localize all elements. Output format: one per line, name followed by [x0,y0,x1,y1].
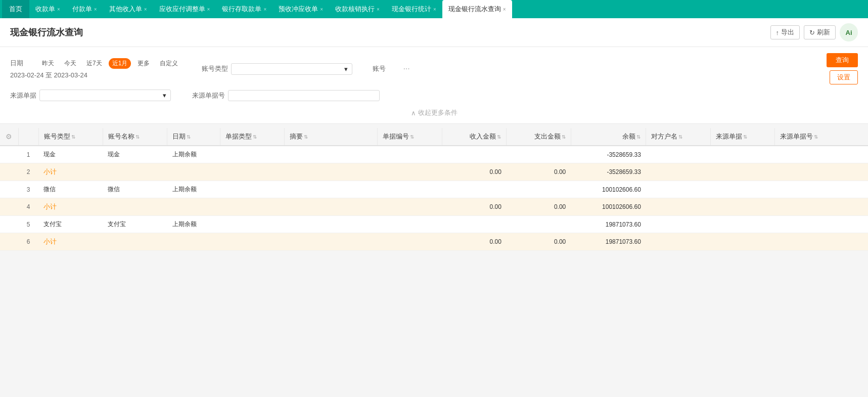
close-icon[interactable]: × [433,7,436,12]
nav-tab-ar-ap-adjust[interactable]: 应收应付调整单 × [153,0,216,18]
close-icon[interactable]: × [94,7,97,12]
row-income [442,181,506,198]
source-doc-col-header: 来源单据⇅ [710,128,774,146]
sort-icon[interactable]: ⇅ [562,134,566,140]
account-label: 账号 [373,64,398,73]
nav-tab-collection-exec[interactable]: 收款核销执行 × [329,0,386,18]
nav-tab-cash-bank-flow[interactable]: 现金银行流水查询 × [442,0,512,18]
yesterday-btn[interactable]: 昨天 [38,58,58,69]
row-date: 上期余额 [167,146,220,163]
row-balance: 19871073.60 [571,233,646,251]
nav-tab-payment[interactable]: 付款单 × [66,0,103,18]
row-summary [285,233,378,251]
source-doc-no-input[interactable] [228,90,380,101]
table-row[interactable]: 5 支付宝 支付宝 上期余额 19871073.60 [0,216,868,233]
row-summary [285,198,378,216]
row-account-type: 小计 [38,198,103,216]
row-expense [507,181,571,198]
counterparty-col-header: 对方户名⇅ [646,128,710,146]
row-counterparty [646,146,710,163]
sort-icon[interactable]: ⇅ [253,134,257,140]
sort-icon[interactable]: ⇅ [135,134,140,140]
filter-area: 日期 昨天 今天 近7天 近1月 更多 自定义 2023-02-24 至 202… [0,47,868,124]
row-expense: 0.00 [507,198,571,216]
close-icon[interactable]: × [207,7,210,12]
row-source-doc [710,163,774,181]
row-expense [507,216,571,233]
close-icon[interactable]: × [144,7,147,12]
sort-icon[interactable]: ⇅ [410,134,414,140]
row-source-doc [710,181,774,198]
more-btn[interactable]: 更多 [134,58,153,69]
nav-tab-cash-bank-stat[interactable]: 现金银行统计 × [386,0,442,18]
gear-icon[interactable]: ⚙ [6,133,12,141]
sort-icon[interactable]: ⇅ [636,134,641,140]
close-icon[interactable]: × [57,7,60,12]
close-icon[interactable]: × [503,7,506,12]
settings-button[interactable]: 设置 [830,70,858,84]
sort-icon[interactable]: ⇅ [814,134,818,140]
query-button[interactable]: 查询 [827,53,858,67]
table-row[interactable]: 1 现金 现金 上期余额 -3528659.33 [0,146,868,163]
filter-row-source: 来源单据 ▾ 来源单据号 [10,90,858,101]
row-source-doc [710,233,774,251]
sort-icon[interactable]: ⇅ [304,134,308,140]
table-row[interactable]: 3 微信 微信 上期余额 100102606.60 [0,181,868,198]
last1month-btn[interactable]: 近1月 [109,58,131,69]
row-account-type: 小计 [38,163,103,181]
row-account-type: 现金 [38,146,103,163]
sort-icon[interactable]: ⇅ [71,134,75,140]
close-icon[interactable]: × [263,7,266,12]
nav-tab-home[interactable]: 首页 [2,0,29,18]
table-row[interactable]: 6 小计 0.00 0.00 19871073.60 [0,233,868,251]
source-doc-filter: 来源单据 ▾ [10,90,172,101]
row-income: 0.00 [442,198,506,216]
account-type-col-header: 账号类型⇅ [38,128,103,146]
row-gear [0,163,18,181]
nav-tab-bank-deposit[interactable]: 银行存取款单 × [216,0,272,18]
table-row[interactable]: 4 小计 0.00 0.00 100102606.60 [0,198,868,216]
data-table-wrap: ⚙ 账号类型⇅ 账号名称⇅ 日期⇅ 单据类型⇅ 摘要⇅ [0,128,868,251]
avatar: Ai [840,23,858,41]
row-account-type: 支付宝 [38,216,103,233]
chevron-up-icon: ∧ [411,109,416,117]
export-button[interactable]: ↑ 导出 [770,25,800,39]
row-source-doc-no [775,198,868,216]
row-doc-no [378,146,442,163]
sort-icon[interactable]: ⇅ [187,134,191,140]
row-number: 6 [18,233,38,251]
row-counterparty [646,198,710,216]
row-doc-type [220,198,284,216]
sort-icon[interactable]: ⇅ [678,134,682,140]
sort-icon[interactable]: ⇅ [743,134,747,140]
row-account-type: 微信 [38,181,103,198]
last7-btn[interactable]: 近7天 [83,58,106,69]
account-type-select[interactable]: ▾ [231,63,352,75]
table-row[interactable]: 2 小计 0.00 0.00 -3528659.33 [0,163,868,181]
row-counterparty [646,163,710,181]
nav-tab-receipt[interactable]: 收款单 × [29,0,66,18]
date-range-display: 2023-02-24 至 2023-03-24 [10,71,181,80]
row-date: 上期余额 [167,216,220,233]
source-doc-no-filter: 来源单据号 [192,90,380,101]
row-summary [285,216,378,233]
refresh-button[interactable]: ↻ 刷新 [804,25,836,39]
today-btn[interactable]: 今天 [61,58,80,69]
row-source-doc-no [775,216,868,233]
nav-tab-pre-receipt[interactable]: 预收冲应收单 × [272,0,329,18]
account-name-col-header: 账号名称⇅ [103,128,167,146]
source-doc-select[interactable]: ▾ [39,90,171,101]
row-date [167,163,220,181]
row-date [167,198,220,216]
rownum-col-header [18,128,38,146]
row-expense: 0.00 [507,233,571,251]
row-counterparty [646,216,710,233]
close-icon[interactable]: × [377,7,380,12]
collapse-bar[interactable]: ∧ 收起更多条件 [10,106,858,119]
account-dots-btn[interactable]: ··· [401,64,412,73]
sort-icon[interactable]: ⇅ [497,134,501,140]
custom-btn[interactable]: 自定义 [156,58,181,69]
close-icon[interactable]: × [320,7,323,12]
nav-tab-other-income[interactable]: 其他收入单 × [103,0,153,18]
row-account-name [103,198,167,216]
